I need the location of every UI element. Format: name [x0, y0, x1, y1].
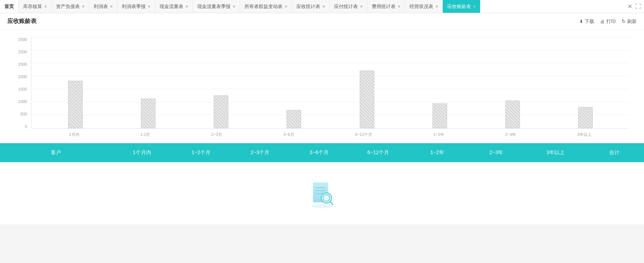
- tab-label-profit-quarterly: 利润表季报: [122, 3, 146, 10]
- x-label-1: 1-2月: [141, 132, 150, 137]
- tab-ar-aging[interactable]: 应收账龄表×: [443, 0, 480, 13]
- tab-ar-stats[interactable]: 应收统计表×: [292, 0, 330, 13]
- minimize-button[interactable]: ✕: [628, 3, 632, 10]
- bars-group: [31, 37, 629, 128]
- tab-operations[interactable]: 经营状况表×: [405, 0, 443, 13]
- bar-col-0: [68, 81, 83, 128]
- tab-label-cashflow-quarterly: 现金流量表季报: [197, 3, 231, 10]
- chart-area: 0 500 1000 1500 2000 2500 2500 2500: [0, 30, 644, 143]
- th-6: 1~2年: [408, 149, 467, 156]
- bar-0: [68, 81, 83, 128]
- tab-balance-sheet[interactable]: 资产负债表×: [52, 0, 89, 13]
- tab-close-ar-stats[interactable]: ×: [322, 4, 325, 9]
- chart-container: 0 500 1000 1500 2000 2500 2500 2500: [15, 37, 629, 140]
- bar-col-7: [578, 107, 593, 128]
- tab-close-expense-stats[interactable]: ×: [398, 4, 400, 9]
- table-header: 客户1个月内1~2个月2~3个月3~6个月6~12个月1~2年2~3年3年以上合…: [0, 143, 644, 162]
- refresh-icon: ↻: [622, 19, 626, 24]
- tab-label-ap-stats: 应付统计表: [334, 3, 358, 10]
- refresh-label: 刷新: [627, 18, 637, 25]
- bar-2: [214, 95, 228, 128]
- tab-close-ap-stats[interactable]: ×: [360, 4, 363, 9]
- print-button[interactable]: 🖨 打印: [600, 18, 616, 25]
- tab-profit[interactable]: 利润表×: [89, 0, 117, 13]
- chart-inner: [31, 37, 629, 129]
- bar-col-2: [214, 95, 228, 128]
- tab-equity[interactable]: 所有者权益变动表×: [240, 0, 292, 13]
- download-icon: ⬇: [579, 19, 583, 24]
- y-label-500: 500: [20, 112, 27, 116]
- empty-state: [0, 162, 644, 224]
- y-label-2000: 2000: [18, 75, 27, 79]
- tab-label-equity: 所有者权益变动表: [244, 3, 282, 10]
- main-content: 0 500 1000 1500 2000 2500 2500 2500: [0, 30, 644, 224]
- th-0: 客户: [0, 149, 112, 156]
- tab-inventory[interactable]: 库存核算×: [19, 0, 52, 13]
- tab-close-inventory[interactable]: ×: [44, 4, 47, 9]
- th-1: 1个月内: [112, 149, 171, 156]
- bar-4: [360, 70, 374, 128]
- y-label-2500b: 2500: [18, 50, 27, 54]
- tab-label-profit: 利润表: [94, 3, 108, 10]
- print-icon: 🖨: [600, 19, 605, 24]
- bar-3: [287, 110, 301, 128]
- maximize-button[interactable]: ⛶: [635, 3, 641, 10]
- tab-home-label: 首页: [4, 3, 14, 10]
- x-label-2: 2~3月: [211, 132, 222, 137]
- tab-label-operations: 经营状况表: [409, 3, 433, 10]
- x-label-7: 3年以上: [577, 132, 591, 137]
- download-label: 下载: [585, 18, 594, 25]
- tab-cashflow[interactable]: 现金流量表×: [155, 0, 193, 13]
- x-label-0: 1月内: [69, 132, 79, 137]
- x-label-6: 2~3年: [505, 132, 516, 137]
- tab-close-profit-quarterly[interactable]: ×: [148, 4, 150, 9]
- svg-line-8: [330, 202, 333, 205]
- tab-label-ar-stats: 应收统计表: [296, 3, 320, 10]
- y-label-0: 0: [25, 124, 27, 129]
- th-9: 合计: [585, 149, 644, 156]
- bar-col-1: [141, 99, 156, 128]
- th-3: 2~3个月: [231, 149, 289, 156]
- tab-close-balance-sheet[interactable]: ×: [82, 4, 85, 9]
- window-controls: ✕ ⛶: [625, 3, 644, 10]
- tab-close-cashflow[interactable]: ×: [186, 4, 188, 9]
- page-header: 应收账龄表 ⬇ 下载 🖨 打印 ↻ 刷新: [0, 13, 644, 30]
- th-5: 6~12个月: [349, 149, 408, 156]
- tab-ap-stats[interactable]: 应付统计表×: [330, 0, 367, 13]
- y-axis: 0 500 1000 1500 2000 2500 2500 2500: [15, 37, 29, 129]
- tab-home[interactable]: 首页: [0, 0, 19, 13]
- y-label-2500a: 2500: [18, 62, 27, 66]
- tab-label-balance-sheet: 资产负债表: [56, 3, 80, 10]
- x-label-5: 1~2年: [433, 132, 444, 137]
- tab-cashflow-quarterly[interactable]: 现金流量表季报×: [193, 0, 240, 13]
- x-axis: 1月内1-2月2~3月3~6月6~12个月1~2年2~3年3年以上: [31, 129, 629, 140]
- bar-1: [141, 99, 156, 128]
- tab-close-operations[interactable]: ×: [435, 4, 438, 9]
- empty-icon: [304, 177, 340, 210]
- bar-6: [505, 100, 520, 128]
- tab-label-inventory: 库存核算: [23, 3, 42, 10]
- tab-profit-quarterly[interactable]: 利润表季报×: [117, 0, 155, 13]
- x-label-3: 3~6月: [283, 132, 294, 137]
- bar-7: [578, 107, 593, 128]
- print-label: 打印: [606, 18, 616, 25]
- th-7: 2~3年: [467, 149, 526, 156]
- bar-col-5: [433, 103, 447, 128]
- tab-close-profit[interactable]: ×: [110, 4, 113, 9]
- download-button[interactable]: ⬇ 下载: [579, 18, 594, 25]
- y-label-1000: 1000: [18, 99, 27, 104]
- y-label-2500c: 2500: [18, 37, 27, 42]
- tab-bar: 首页 库存核算×资产负债表×利润表×利润表季报×现金流量表×现金流量表季报×所有…: [0, 0, 644, 13]
- bar-5: [433, 103, 447, 128]
- bar-col-4: [360, 70, 374, 128]
- bar-col-6: [505, 100, 520, 128]
- tab-close-cashflow-quarterly[interactable]: ×: [233, 4, 235, 9]
- tab-close-equity[interactable]: ×: [285, 4, 287, 9]
- refresh-button[interactable]: ↻ 刷新: [622, 18, 637, 25]
- th-8: 3年以上: [526, 149, 585, 156]
- y-label-1500: 1500: [18, 87, 27, 91]
- tab-label-expense-stats: 费用统计表: [372, 3, 396, 10]
- tab-expense-stats[interactable]: 费用统计表×: [367, 0, 405, 13]
- bar-col-3: [287, 110, 301, 128]
- tab-close-ar-aging[interactable]: ×: [473, 4, 476, 9]
